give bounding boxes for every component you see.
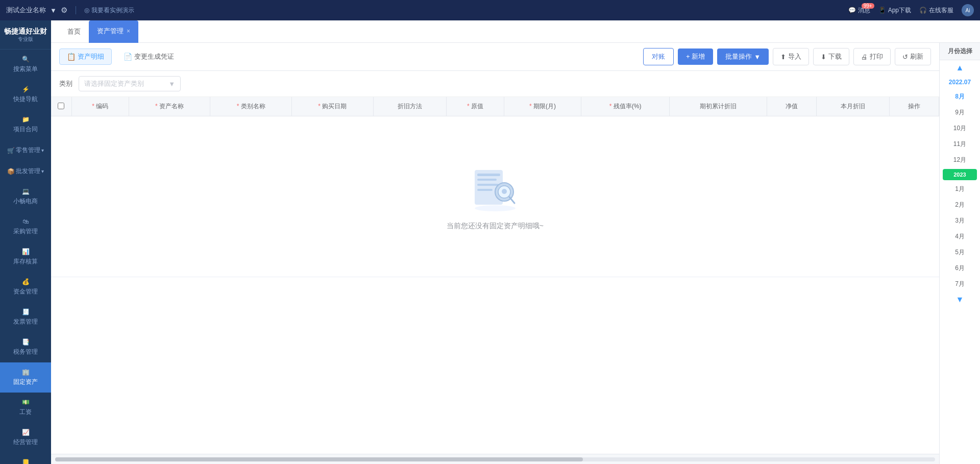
settings-icon[interactable]: ⚙	[61, 6, 67, 15]
sidebar-item-search[interactable]: 🔍 搜索菜单	[0, 50, 51, 80]
company-dropdown-icon[interactable]: ▼	[50, 7, 57, 14]
search-icon: 🔍	[22, 56, 30, 63]
month-item-2023[interactable]: 2023	[943, 169, 977, 180]
inventory-icon: 📊	[22, 248, 30, 255]
month-nav-up: ▲	[940, 60, 980, 76]
sidebar-item-inventory[interactable]: 📊 库存核算	[0, 242, 51, 272]
subtab-asset-detail[interactable]: 📋 资产明细	[59, 48, 112, 65]
col-operation: 操作	[890, 97, 939, 116]
select-all-checkbox[interactable]	[58, 103, 64, 109]
company-name: 测试企业名称	[6, 6, 46, 15]
inner-panel: 📋 资产明细 📄 变更生成凭证 对账 + 新增 批量操	[51, 43, 939, 464]
month-item-7[interactable]: 7月	[940, 276, 980, 292]
refresh-icon: ↺	[902, 53, 908, 61]
month-item-2[interactable]: 2月	[940, 197, 980, 213]
project-icon: 📁	[22, 116, 30, 123]
tab-asset-management[interactable]: 资产管理 ×	[89, 20, 138, 43]
messages-button[interactable]: 💬 消息 99+	[848, 6, 870, 15]
sidebar-item-label: 搜索菜单	[13, 65, 38, 74]
tab-asset-label: 资产管理	[97, 27, 124, 36]
sidebar-item-project[interactable]: 📁 项目合同	[0, 110, 51, 140]
add-button[interactable]: + 新增	[678, 48, 713, 65]
col-accumulated-depreciation: 期初累计折旧	[670, 97, 767, 116]
month-item-3[interactable]: 3月	[940, 213, 980, 229]
month-item-4[interactable]: 4月	[940, 229, 980, 245]
sidebar-item-tax[interactable]: 📑 税务管理	[0, 332, 51, 362]
print-button[interactable]: 🖨 打印	[853, 48, 891, 65]
fixed-assets-icon: 🏢	[22, 369, 30, 376]
sidebar-item-invoice[interactable]: 🧾 发票管理	[0, 302, 51, 332]
month-item-12[interactable]: 12月	[940, 152, 980, 168]
col-purchase-date: 购买日期	[291, 97, 373, 116]
month-item-5[interactable]: 5月	[940, 245, 980, 260]
subtab-asset-detail-label: 资产明细	[78, 52, 104, 61]
refresh-button[interactable]: ↺ 刷新	[895, 48, 931, 65]
retail-icon: 🛒	[7, 147, 15, 154]
svg-point-0	[475, 205, 516, 211]
sidebar-item-purchase[interactable]: 🛍 采购管理	[0, 212, 51, 242]
month-nav-down-button[interactable]: ▼	[953, 294, 967, 305]
filter-category-select[interactable]: 请选择固定资产类别 ▼	[79, 76, 181, 91]
content-area: 首页 资产管理 × 📋 资产明细 📄 变更生成凭证	[51, 20, 980, 464]
sidebar-item-salary[interactable]: 💵 工资	[0, 393, 51, 423]
avatar[interactable]: Ai	[962, 4, 974, 16]
app-download-button[interactable]: 📱 App下载	[878, 6, 911, 15]
sidebar-item-management[interactable]: 📈 经营管理	[0, 423, 51, 453]
tab-home[interactable]: 首页	[59, 20, 89, 43]
sidebar-item-fixed-assets[interactable]: 🏢 固定资产	[0, 362, 51, 393]
sidebar-item-label: 批发管理	[16, 167, 40, 176]
online-service-label: 在线客服	[929, 6, 953, 15]
col-code: 编码	[71, 97, 129, 116]
top-bar-left: 测试企业名称 ▼ ⚙ ◎ 我要看实例演示	[6, 6, 134, 15]
sidebar-item-ecommerce[interactable]: 💻 小畅电商	[0, 182, 51, 212]
change-voucher-icon: 📄	[124, 53, 132, 61]
select-all-cell[interactable]	[51, 97, 71, 116]
tax-icon: 📑	[22, 338, 30, 346]
chevron-down-icon: ▾	[41, 148, 44, 153]
headset-icon: 🎧	[919, 7, 927, 14]
month-item-6[interactable]: 6月	[940, 260, 980, 276]
empty-state: 当前您还没有固定资产明细哦~	[57, 121, 933, 272]
print-label: 打印	[870, 52, 883, 61]
top-bar-right: 💬 消息 99+ 📱 App下载 🎧 在线客服 Ai	[848, 4, 974, 16]
month-current-year[interactable]: 2022.07	[940, 76, 980, 89]
month-item-9[interactable]: 9月	[940, 105, 980, 120]
message-count: 99+	[862, 3, 874, 9]
tab-close-icon[interactable]: ×	[127, 28, 130, 35]
batch-arrow-icon: ▼	[754, 53, 761, 61]
import-button[interactable]: ⬆ 导入	[773, 48, 809, 65]
svg-line-8	[509, 197, 514, 203]
sidebar-item-label: 固定资产	[13, 378, 38, 386]
month-nav-down: ▼	[940, 292, 980, 307]
month-item-10[interactable]: 10月	[940, 120, 980, 136]
table-container: 编码 资产名称 类别名称 购买日期 折旧方法 原值 期限(月) 残值率(%) 期…	[51, 97, 939, 454]
reconcile-button[interactable]: 对账	[643, 48, 674, 65]
sidebar-item-finance[interactable]: 💰 资金管理	[0, 272, 51, 302]
horizontal-scrollbar[interactable]	[55, 457, 935, 461]
col-period: 期限(月)	[504, 97, 581, 116]
sidebar-item-quick-nav[interactable]: ⚡ 快捷导航	[0, 80, 51, 110]
month-item-8[interactable]: 8月	[940, 89, 980, 105]
col-residual-rate: 残值率(%)	[581, 97, 670, 116]
subtab-change-voucher[interactable]: 📄 变更生成凭证	[116, 48, 182, 65]
sidebar-item-wholesale[interactable]: 📦 批发管理 ▾	[0, 161, 51, 182]
svg-rect-4	[477, 184, 499, 186]
sidebar-item-ledger[interactable]: 📒 总账管理	[0, 453, 51, 464]
month-item-11[interactable]: 11月	[940, 136, 980, 152]
month-item-1[interactable]: 1月	[940, 181, 980, 197]
month-nav-up-button[interactable]: ▲	[953, 62, 967, 74]
online-service-button[interactable]: 🎧 在线客服	[919, 6, 953, 15]
sidebar-item-label: 采购管理	[13, 227, 38, 236]
sidebar-item-label: 库存核算	[13, 257, 38, 266]
scrollbar-thumb	[55, 457, 583, 461]
col-original-value: 原值	[447, 97, 504, 116]
demo-text: 我要看实例演示	[91, 6, 134, 15]
message-icon: 💬	[848, 7, 856, 14]
app-download-label: App下载	[888, 6, 911, 15]
demo-link[interactable]: ◎ 我要看实例演示	[84, 6, 134, 15]
sidebar-item-retail[interactable]: 🛒 零售管理 ▾	[0, 140, 51, 161]
batch-button[interactable]: 批量操作 ▼	[717, 48, 769, 65]
col-monthly-depreciation: 本月折旧	[816, 97, 890, 116]
download-button[interactable]: ⬇ 下载	[813, 48, 849, 65]
app-download-icon: 📱	[878, 7, 886, 14]
